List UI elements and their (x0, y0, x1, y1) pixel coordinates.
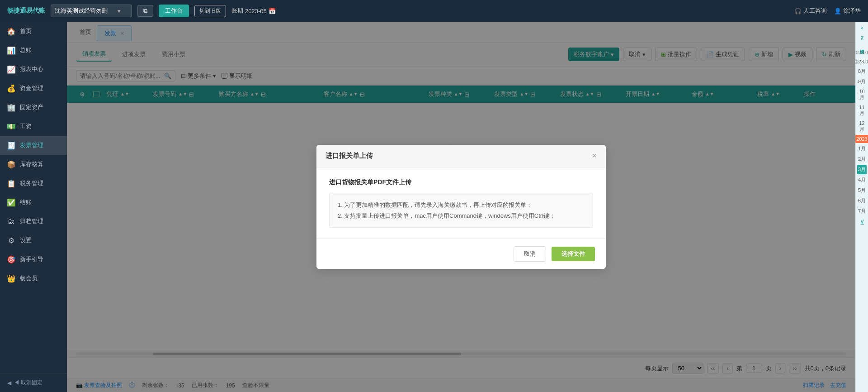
company-dropdown-icon: ▾ (118, 8, 121, 14)
import-customs-modal: 进口报关单上传 × 进口货物报关单PDF文件上传 1. 为了更加精准的数据匹配，… (316, 145, 606, 269)
sidebar-label-invoice: 发票管理 (20, 141, 43, 149)
modal-header: 进口报关单上传 × (316, 145, 606, 167)
top-bar: 畅捷通易代账 沈海英测试经营勿删 ▾ ⧉ 工作台 切到旧版 账期 2023-05… (0, 0, 868, 22)
right-panel-month-9[interactable]: 2月 (857, 154, 867, 164)
vip-icon: 👑 (7, 274, 15, 282)
user-name: 徐泽华 (843, 7, 861, 15)
archive-icon: 🗂 (7, 217, 15, 225)
sidebar-label-ledger: 总账 (20, 46, 32, 54)
copy-button[interactable]: ⧉ (137, 5, 153, 17)
period-select-label[interactable]: 期间选择 (859, 44, 865, 48)
right-panel-expand-top[interactable]: ⊼ (859, 33, 865, 43)
period-label: 账期 (231, 7, 243, 15)
sidebar-item-reports[interactable]: 📈 报表中心 (0, 60, 67, 79)
support-button[interactable]: 🎧 人工咨询 (794, 7, 827, 15)
right-panel-year-2023[interactable]: 2023 (855, 135, 868, 143)
modal-footer: 取消 选择文件 (316, 239, 606, 269)
sidebar-label-reports: 报表中心 (20, 65, 43, 73)
guide-icon: 🎯 (7, 255, 15, 263)
sidebar-label-assets: 固定资产 (20, 103, 43, 111)
top-right-area: 🎧 人工咨询 👤 徐泽华 (794, 7, 861, 15)
modal-select-file-button[interactable]: 选择文件 (552, 247, 595, 261)
sidebar-item-guide[interactable]: 🎯 新手引导 (0, 250, 67, 269)
modal-body: 进口货物报关单PDF文件上传 1. 为了更加精准的数据匹配，请先录入海关缴款书，… (316, 167, 606, 239)
right-panel-month-4[interactable]: 10月 (856, 87, 868, 102)
app-logo: 畅捷通易代账 (7, 7, 45, 15)
settings-icon: ⚙ (7, 236, 15, 244)
content-area: 首页 发票 × 销项发票 进项发票 费用小票 税务数字账户 ▾ 取消 (67, 22, 855, 392)
cancel-fixed-icon: ◀ (7, 380, 11, 386)
funds-icon: 💰 (7, 84, 15, 92)
invoice-icon: 🧾 (7, 141, 15, 149)
workbench-button[interactable]: 工作台 (159, 5, 189, 17)
right-panel-month-11[interactable]: 4月 (857, 175, 867, 185)
modal-notice-item-2: 2. 支持批量上传进口报关单，mac用户使用Command键，windows用户… (338, 210, 585, 221)
sidebar-item-vip[interactable]: 👑 畅会员 (0, 269, 67, 288)
sidebar-label-settlement: 结账 (20, 198, 32, 206)
right-panel-expand-bottom[interactable]: ⊻ (858, 217, 866, 228)
right-panel-month-10[interactable]: 3月 (857, 165, 867, 174)
right-panel-month-2[interactable]: 8月 (857, 67, 867, 76)
sidebar-item-invoice[interactable]: 🧾 发票管理 (0, 136, 67, 155)
right-panel-month-6[interactable]: 12月 (856, 119, 868, 134)
sidebar-label-funds: 资金管理 (20, 84, 43, 92)
sidebar: 🏠 首页 📊 总账 📈 报表中心 💰 资金管理 🏢 固定资产 💵 工资 (0, 22, 67, 392)
tax-icon: 📋 (7, 179, 15, 187)
modal-section-title: 进口货物报关单PDF文件上传 (329, 178, 593, 186)
sidebar-item-funds[interactable]: 💰 资金管理 (0, 79, 67, 98)
company-name: 沈海英测试经营勿删 (55, 7, 108, 15)
company-selector[interactable]: 沈海英测试经营勿删 ▾ (51, 5, 132, 17)
calendar-icon[interactable]: 📅 (269, 8, 276, 14)
sidebar-label-archive: 归档管理 (20, 217, 43, 225)
right-panel-month-5[interactable]: 11月 (856, 103, 868, 118)
sidebar-item-tax[interactable]: 📋 税务管理 (0, 174, 67, 193)
sidebar-item-home[interactable]: 🏠 首页 (0, 22, 67, 41)
right-panel-month-13[interactable]: 6月 (857, 196, 867, 206)
sidebar-label-home: 首页 (20, 27, 32, 35)
sidebar-label-vip: 畅会员 (20, 274, 38, 282)
support-label: 人工咨询 (803, 7, 827, 15)
sidebar-label-inventory: 库存核算 (20, 160, 43, 168)
ledger-icon: 📊 (7, 46, 15, 54)
modal-close-button[interactable]: × (592, 151, 597, 161)
sidebar-item-assets[interactable]: 🏢 固定资产 (0, 98, 67, 117)
inventory-icon: 📦 (7, 160, 15, 168)
settlement-icon: ✅ (7, 198, 15, 206)
modal-notice-item-1: 1. 为了更加精准的数据匹配，请先录入海关缴款书，再上传对应的报关单； (338, 200, 585, 210)
sidebar-label-settings: 设置 (20, 236, 32, 244)
sidebar-item-archive[interactable]: 🗂 归档管理 (0, 212, 67, 231)
right-panel: × ⊼ 期间选择 2023.03 2023.03 8月 9月 10月 11月 1… (855, 22, 868, 392)
salary-icon: 💵 (7, 122, 15, 130)
period-info: 账期 2023-05 📅 (231, 7, 276, 15)
right-panel-close[interactable]: × (859, 24, 864, 33)
sidebar-item-settlement[interactable]: ✅ 结账 (0, 193, 67, 212)
right-panel-month-12[interactable]: 5月 (857, 186, 867, 195)
right-panel-month-3[interactable]: 9月 (857, 77, 867, 86)
modal-notice-box: 1. 为了更加精准的数据匹配，请先录入海关缴款书，再上传对应的报关单； 2. 支… (329, 193, 593, 228)
sidebar-item-settings[interactable]: ⚙ 设置 (0, 231, 67, 250)
period-value: 2023-05 (245, 8, 267, 14)
user-info[interactable]: 👤 徐泽华 (834, 7, 861, 15)
headset-icon: 🎧 (794, 8, 802, 14)
reports-icon: 📈 (7, 65, 15, 73)
sidebar-item-ledger[interactable]: 📊 总账 (0, 41, 67, 60)
switch-version-button[interactable]: 切到旧版 (194, 5, 226, 17)
modal-cancel-button[interactable]: 取消 (514, 246, 546, 262)
user-avatar-icon: 👤 (834, 8, 841, 14)
right-panel-month-8[interactable]: 1月 (857, 144, 867, 153)
modal-overlay: 进口报关单上传 × 进口货物报关单PDF文件上传 1. 为了更加精准的数据匹配，… (67, 22, 855, 392)
sidebar-label-guide: 新手引导 (20, 255, 43, 263)
sidebar-label-tax: 税务管理 (20, 179, 43, 187)
assets-icon: 🏢 (7, 103, 15, 111)
sidebar-label-salary: 工资 (20, 122, 32, 130)
home-icon: 🏠 (7, 27, 15, 35)
sidebar-item-salary[interactable]: 💵 工资 (0, 117, 67, 136)
right-panel-month-14[interactable]: 7月 (857, 206, 867, 216)
cancel-fixed-button[interactable]: ◀ ◀ 取消固定 (0, 373, 67, 392)
modal-title: 进口报关单上传 (326, 152, 373, 160)
sidebar-item-inventory[interactable]: 📦 库存核算 (0, 155, 67, 174)
cancel-fixed-label: ◀ 取消固定 (14, 379, 42, 387)
